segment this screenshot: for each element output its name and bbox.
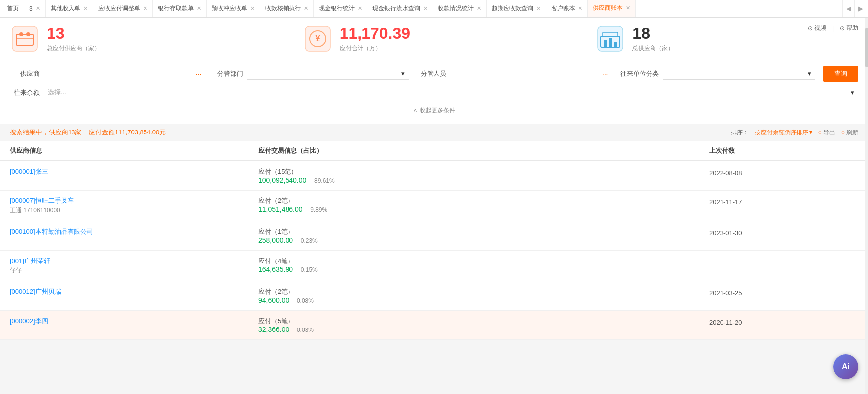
export-button[interactable]: ○ 导出 xyxy=(818,129,835,137)
close-icon[interactable]: ✕ xyxy=(536,5,541,12)
tab-supplier-ledger[interactable]: 供应商账本 ✕ xyxy=(588,0,636,18)
tab-customer-ledger[interactable]: 客户账本 ✕ xyxy=(546,0,588,18)
result-info: 搜索结果中，供应商13家 应付金额111,703,854.00元 xyxy=(10,128,166,137)
tab-cash-bank-stat[interactable]: 现金银行统计 ✕ xyxy=(314,0,367,18)
scrollbar[interactable] xyxy=(865,18,868,340)
transaction-label: 应付（5笔） xyxy=(258,317,709,326)
transaction-cell: 应付（2笔） 11,051,486.00 9.89% xyxy=(258,197,709,213)
payable-suppliers-block: 13 总应付供应商（家） xyxy=(10,24,273,54)
transaction-label: 应付（4笔） xyxy=(258,257,709,265)
transaction-percent: 0.15% xyxy=(301,266,318,273)
supplier-label: 供应商 xyxy=(10,69,40,78)
scrollbar-thumb[interactable] xyxy=(865,28,868,67)
transaction-percent: 9.89% xyxy=(310,206,327,213)
supplier-link[interactable]: [000007]恒旺二手叉车 xyxy=(10,197,74,204)
supplier-link[interactable]: [000002]李四 xyxy=(10,317,48,325)
payable-suppliers-text: 13 总应付供应商（家） xyxy=(47,25,100,53)
svg-rect-10 xyxy=(604,40,607,47)
supplier-link[interactable]: [000012]广州贝瑞 xyxy=(10,288,61,295)
table-header: 供应商信息 应付交易信息（占比） 上次付数 xyxy=(0,141,868,161)
close-icon[interactable]: ✕ xyxy=(197,5,201,12)
tab-bank-deposit[interactable]: 银行存取款单 ✕ xyxy=(153,0,207,18)
person-input[interactable]: ··· xyxy=(450,68,612,80)
tab-cash-flow-query[interactable]: 现金银行流水查询 ✕ xyxy=(367,0,433,18)
last-payment-cell: 2023-01-30 xyxy=(709,227,858,237)
total-suppliers-icon xyxy=(595,24,625,54)
transaction-cell: 应付（2笔） 94,600.00 0.08% xyxy=(258,287,709,304)
video-btn[interactable]: ⊙ 视频 xyxy=(808,24,826,32)
svg-rect-3 xyxy=(26,32,30,36)
close-icon[interactable]: ✕ xyxy=(358,5,362,12)
filter-row-1: 供应商 ··· 分管部门 ▾ 分管人员 ··· 往来单位分类 xyxy=(10,66,858,82)
supplier-filter: 供应商 ··· xyxy=(10,68,206,80)
supplier-cell: [000001]张三 xyxy=(10,167,258,176)
tab-overdue-ar[interactable]: 超期应收款查询 ✕ xyxy=(487,0,546,18)
payable-amount-icon: ¥ xyxy=(303,24,333,54)
category-filter: 往来单位分类 ▾ xyxy=(620,68,816,80)
transaction-amount[interactable]: 164,635.90 xyxy=(258,265,293,273)
close-icon[interactable]: ✕ xyxy=(304,5,308,12)
help-btn[interactable]: ⊙ 帮助 xyxy=(840,24,858,32)
supplier-dots-icon: ··· xyxy=(196,70,202,78)
total-suppliers-number: 18 xyxy=(632,25,674,42)
total-suppliers-label: 总供应商（家） xyxy=(632,44,674,53)
transaction-amount[interactable]: 32,366.00 xyxy=(258,326,289,333)
col-supplier-info: 供应商信息 xyxy=(10,146,258,155)
supplier-input[interactable]: ··· xyxy=(44,68,206,80)
supplier-link[interactable]: [000100]本特勤油品有限公司 xyxy=(10,228,93,235)
header-stats: 13 总应付供应商（家） ¥ 11,170.39 应付合计（万） xyxy=(0,18,868,60)
balance-select[interactable]: 选择... ▾ xyxy=(44,86,858,99)
transaction-cell: 应付（15笔） 100,092,540.00 89.61% xyxy=(258,167,709,184)
transaction-amount[interactable]: 100,092,540.00 xyxy=(258,176,306,184)
tab-collection-verify[interactable]: 收款核销执行 ✕ xyxy=(260,0,314,18)
supplier-cell: [000002]李四 xyxy=(10,317,258,326)
payable-amount-number: 11,170.39 xyxy=(340,25,410,42)
table-row: [001]广州荣轩 仔仔 应付（4笔） 164,635.90 0.15% xyxy=(0,251,868,281)
supplier-link[interactable]: [001]广州荣轩 xyxy=(10,257,50,264)
transaction-label: 应付（2笔） xyxy=(258,287,709,296)
transaction-label: 应付（15笔） xyxy=(258,167,709,176)
supplier-sub: 王通 17106110000 xyxy=(10,206,258,215)
category-select[interactable]: ▾ xyxy=(663,68,816,80)
tab-home[interactable]: 首页 xyxy=(2,0,24,18)
transaction-amount[interactable]: 258,000.00 xyxy=(258,236,293,244)
supplier-cell: [000007]恒旺二手叉车 王通 17106110000 xyxy=(10,197,258,215)
col-last-payment: 上次付数 xyxy=(709,146,858,155)
tab-prepaid-offset[interactable]: 预收冲应收单 ✕ xyxy=(207,0,260,18)
close-icon[interactable]: ✕ xyxy=(626,5,630,11)
nav-next-arrow[interactable]: ▶ xyxy=(854,0,866,18)
close-icon[interactable]: ✕ xyxy=(250,5,255,12)
nav-prev-arrow[interactable]: ◀ xyxy=(842,0,854,18)
category-label: 往来单位分类 xyxy=(620,69,659,78)
close-icon[interactable]: ✕ xyxy=(143,5,147,12)
table-row: [000002]李四 应付（5笔） 32,366.00 0.03% 2020-1… xyxy=(0,311,868,340)
transaction-amount[interactable]: 94,600.00 xyxy=(258,296,289,304)
tab-3[interactable]: 3 ✕ xyxy=(24,0,46,18)
chevron-down-icon-2: ▾ xyxy=(808,70,811,77)
table-row: [000001]张三 应付（15笔） 100,092,540.00 89.61%… xyxy=(0,161,868,191)
chevron-down-icon: ▾ xyxy=(401,70,405,77)
dept-select[interactable]: ▾ xyxy=(247,68,409,80)
transaction-label: 应付（1笔） xyxy=(258,227,709,236)
chevron-up-icon: ∧ xyxy=(413,107,418,114)
query-button[interactable]: 查询 xyxy=(823,66,858,82)
close-icon[interactable]: ✕ xyxy=(423,5,428,12)
collapse-bar[interactable]: ∧ 收起更多条件 xyxy=(10,103,858,118)
sort-select[interactable]: 按应付余额倒序排序 ▾ xyxy=(755,129,812,137)
tab-collection-stat[interactable]: 收款情况统计 ✕ xyxy=(433,0,487,18)
tab-other-income[interactable]: 其他收入单 ✕ xyxy=(46,0,93,18)
close-icon[interactable]: ✕ xyxy=(83,5,88,12)
tab-ar-ap-adjust[interactable]: 应收应付调整单 ✕ xyxy=(93,0,153,18)
total-suppliers-text: 18 总供应商（家） xyxy=(632,25,674,53)
close-icon[interactable]: ✕ xyxy=(36,5,40,12)
supplier-cell: [000012]广州贝瑞 xyxy=(10,287,258,296)
data-table: 供应商信息 应付交易信息（占比） 上次付数 [000001]张三 应付（15笔）… xyxy=(0,141,868,340)
person-dots-icon: ··· xyxy=(602,70,608,78)
close-icon[interactable]: ✕ xyxy=(477,5,481,12)
refresh-button[interactable]: ○ 刷新 xyxy=(841,129,858,137)
supplier-link[interactable]: [000001]张三 xyxy=(10,168,48,175)
result-bar: 搜索结果中，供应商13家 应付金额111,703,854.00元 排序： 按应付… xyxy=(0,124,868,141)
last-payment-cell: 2021-11-17 xyxy=(709,197,858,206)
close-icon[interactable]: ✕ xyxy=(578,5,582,12)
transaction-amount[interactable]: 11,051,486.00 xyxy=(258,205,303,213)
